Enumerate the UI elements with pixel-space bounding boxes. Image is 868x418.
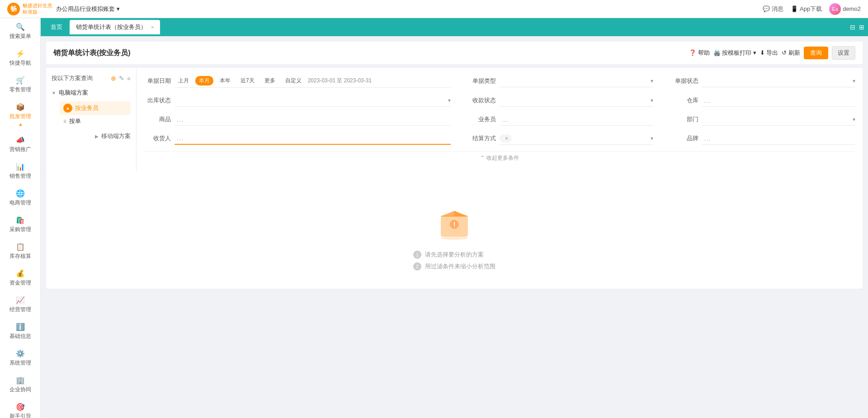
sidebar-item-finance[interactable]: 💰 资金管理 (0, 265, 40, 291)
filter-row-3: 商品 … 业务员 … (144, 113, 855, 126)
app-selector[interactable]: 办公用品行业模拟账套 ▾ (56, 5, 120, 13)
sidebar-item-enterprise[interactable]: 🏢 企业协同 (0, 371, 40, 398)
marketing-icon: 📣 (16, 136, 25, 144)
scheme-add-icon[interactable]: ⊕ (111, 75, 116, 82)
print-arrow-icon: ▾ (753, 49, 756, 56)
salesperson-control[interactable]: … (500, 113, 653, 126)
salesperson-label: 业务员 (469, 115, 496, 124)
salesperson-dots[interactable]: … (501, 115, 509, 124)
brand-dots[interactable]: … (704, 134, 711, 142)
help-icon: ❓ (689, 49, 696, 56)
tab-window-controls: ⊟ ⊞ (850, 24, 864, 31)
filter-status-item: 单据状态 ▾ (671, 75, 855, 87)
warehouse-control[interactable]: … (702, 94, 855, 107)
scheme-item-salesperson[interactable]: ● 按业务员 (60, 101, 131, 115)
settlement-clear-icon[interactable]: × (505, 135, 508, 142)
goods-control[interactable]: … (175, 113, 451, 126)
receiver-dots[interactable]: … (176, 134, 184, 142)
avatar: Ea (829, 3, 841, 15)
help-button[interactable]: ❓ 帮助 (689, 49, 710, 57)
message-button[interactable]: 💬 消息 (763, 5, 783, 13)
sidebar-item-basic[interactable]: ℹ️ 基础信息 (0, 318, 40, 345)
app-download-button[interactable]: 📱 App下载 (791, 5, 822, 13)
minimize-icon[interactable]: ⊟ (850, 24, 855, 31)
sidebar-item-marketing[interactable]: 📣 营销推广 (0, 131, 40, 158)
sidebar-item-quicknav[interactable]: ⚡ 快捷导航 (0, 45, 40, 71)
refresh-button[interactable]: ↺ 刷新 (782, 49, 800, 57)
goods-dots[interactable]: … (176, 115, 184, 124)
date-btn-7days[interactable]: 近7天 (237, 76, 258, 86)
date-btn-more[interactable]: 更多 (261, 76, 279, 86)
filter-date-item: 单据日期 上月 本月 本年 近7天 更多 自定义 2023-03-01 至 20… (144, 74, 451, 88)
filter-payment-item: 收款状态 ▾ (469, 94, 653, 107)
shipment-control[interactable]: ▾ (175, 94, 451, 107)
status-label: 单据状态 (671, 77, 698, 85)
sidebar-item-purchase[interactable]: 🛍️ 采购管理 (0, 211, 40, 238)
collapse-bar[interactable]: ⌃ 收起更多条件 (144, 151, 855, 165)
tab-report[interactable]: 销货单统计表（按业务员） × (70, 20, 160, 34)
filter-shipment-item: 出库状态 ▾ (144, 94, 451, 107)
filter-row-1: 单据日期 上月 本月 本年 近7天 更多 自定义 2023-03-01 至 20… (144, 74, 855, 88)
date-options-row: 上月 本月 本年 近7天 更多 自定义 2023-03-01 至 2023-03… (175, 76, 451, 86)
tip-num-1: 1 (413, 251, 421, 259)
print-button[interactable]: 🖨️ 按模板打印 ▾ (713, 49, 756, 57)
filter-settlement-item: 结算方式 × ▾ (469, 132, 653, 145)
operation-icon: 📈 (16, 296, 25, 304)
dept-control[interactable]: ▾ (702, 113, 855, 126)
sidebar-item-sales[interactable]: 📊 销售管理 (0, 158, 40, 185)
scheme-panel: 按以下方案查询 ⊕ ✎ « ▼ 电脑端方案 ● (46, 68, 137, 171)
scheme-mobile-section[interactable]: ▶ 移动端方案 (46, 129, 136, 143)
sidebar-item-wholesale[interactable]: 📦 批发管理 ▲ (0, 98, 40, 131)
type-control[interactable]: ▾ (500, 75, 653, 87)
tab-home[interactable]: 首页 (44, 20, 69, 34)
status-control[interactable]: ▾ (702, 75, 855, 87)
logo-icon: 畅 (7, 3, 20, 15)
warehouse-dots[interactable]: … (704, 96, 711, 104)
scheme-edit-icon[interactable]: ✎ (119, 75, 124, 82)
settlement-control[interactable]: × ▾ (500, 132, 653, 145)
export-button[interactable]: ⬇ 导出 (760, 49, 778, 57)
page-content: 销货单统计表(按业务员) ❓ 帮助 🖨️ 按模板打印 ▾ ⬇ 导出 (41, 36, 868, 418)
user-menu[interactable]: Ea demo2 (829, 3, 861, 15)
sidebar-item-system[interactable]: ⚙️ 系统管理 (0, 345, 40, 371)
chevron-down-icon: ▼ (52, 90, 56, 95)
svg-point-6 (441, 236, 468, 240)
filter-wrapper: 按以下方案查询 ⊕ ✎ « ▼ 电脑端方案 ● (46, 68, 863, 171)
payment-control[interactable]: ▾ (500, 94, 653, 107)
brand-control[interactable]: … (702, 132, 855, 145)
basic-icon: ℹ️ (16, 323, 25, 331)
date-btn-custom[interactable]: 自定义 (282, 76, 305, 86)
svg-marker-2 (454, 211, 468, 216)
tip-num-2: 2 (413, 262, 421, 271)
sidebar-item-retail[interactable]: 🛒 零售管理 (0, 71, 40, 98)
chevron-right-icon: ▶ (95, 134, 99, 139)
date-btn-this-year[interactable]: 本年 (216, 76, 234, 86)
sidebar-item-newbie[interactable]: 🎯 新手引导 (0, 398, 40, 418)
filter-row-4: 收货人 … 结算方式 × (144, 132, 855, 145)
settlement-clear-tag[interactable]: × (500, 134, 512, 142)
goods-label: 商品 (144, 115, 171, 124)
receiver-control[interactable]: … (175, 132, 451, 145)
receiver-label: 收货人 (144, 134, 171, 142)
scheme-collapse-icon[interactable]: « (127, 75, 131, 82)
scheme-active-dot: ● (63, 104, 72, 113)
sidebar-item-search[interactable]: 🔍 搜索菜单 (0, 18, 40, 45)
maximize-icon[interactable]: ⊞ (859, 24, 864, 31)
export-icon: ⬇ (760, 49, 765, 56)
scheme-desktop-section: ▼ 电脑端方案 (46, 86, 136, 100)
sidebar-item-operation[interactable]: 📈 经营管理 (0, 291, 40, 318)
payment-dropdown-icon: ▾ (651, 97, 653, 104)
tab-close-button[interactable]: × (151, 24, 154, 30)
settings-button[interactable]: 设置 (832, 46, 855, 60)
empty-tip-2: 2 用过滤条件来缩小分析范围 (413, 262, 495, 271)
date-btn-last-month[interactable]: 上月 (175, 76, 193, 86)
sidebar-item-ecommerce[interactable]: 🌐 电商管理 (0, 185, 40, 211)
page-title: 销货单统计表(按业务员) (53, 48, 131, 58)
date-range-text: 2023-03-01 至 2023-03-31 (308, 77, 372, 85)
scheme-item-order[interactable]: ≡ 按单 (60, 115, 131, 128)
sidebar-item-inventory[interactable]: 📋 库存核算 (0, 238, 40, 265)
date-btn-this-month[interactable]: 本月 (195, 76, 213, 86)
filter-type-item: 单据类型 ▾ (469, 75, 653, 87)
sales-icon: 📊 (16, 162, 25, 171)
query-button[interactable]: 查询 (804, 47, 828, 59)
